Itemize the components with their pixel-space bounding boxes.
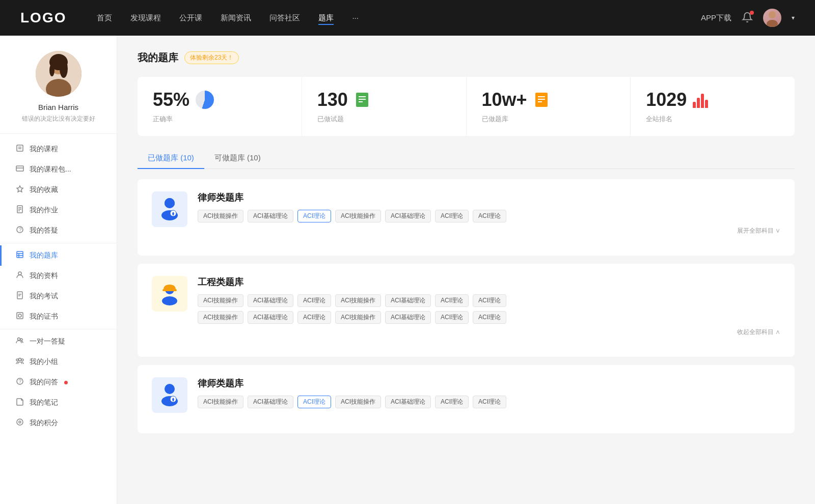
sidebar-item-course-package[interactable]: 我的课程包...	[0, 159, 117, 180]
tag-2-13[interactable]: ACI理论	[435, 311, 469, 324]
tag-1-1[interactable]: ACI技能操作	[198, 210, 243, 222]
tag-3-1[interactable]: ACI技能操作	[198, 396, 243, 408]
tab-available[interactable]: 可做题库 (10)	[204, 148, 271, 169]
favorites-icon	[15, 185, 24, 195]
sidebar-item-1on1[interactable]: 一对一答疑	[0, 331, 117, 352]
sidebar-my-courses-label: 我的课程	[30, 145, 58, 154]
sidebar-item-homework[interactable]: 我的作业	[0, 200, 117, 220]
stat-correct-top: 55%	[153, 89, 286, 110]
tag-2-11[interactable]: ACI技能操作	[335, 311, 381, 324]
sidebar-1on1-label: 一对一答疑	[30, 337, 65, 346]
tag-2-14[interactable]: ACI理论	[473, 311, 506, 324]
svg-point-30	[18, 338, 20, 341]
qbank-card-3-body: 律师类题库 ACI技能操作 ACI基础理论 ACI理论 ACI技能操作 ACI基…	[198, 377, 780, 408]
notification-dot	[750, 11, 754, 15]
certificate-icon	[15, 312, 24, 322]
qbank-card-2-icon	[152, 276, 187, 312]
tag-1-2[interactable]: ACI基础理论	[248, 210, 293, 222]
tag-2-3[interactable]: ACI理论	[297, 294, 331, 307]
tag-3-5[interactable]: ACI基础理论	[385, 396, 431, 408]
tag-2-2[interactable]: ACI基础理论	[248, 294, 293, 307]
stat-questions-value: 130	[317, 89, 348, 110]
tag-2-7[interactable]: ACI理论	[473, 294, 506, 307]
sidebar-item-qa[interactable]: ? 我的答疑	[0, 220, 117, 241]
bar-chart-icon	[693, 92, 708, 108]
svg-rect-25	[17, 292, 22, 299]
nav-right: APP下载 ▾	[701, 9, 795, 27]
stat-ranking-top: 1029	[646, 89, 779, 110]
stat-banks-value: 10w+	[482, 89, 527, 110]
sidebar-item-profile[interactable]: 我的资料	[0, 266, 117, 286]
tag-2-12[interactable]: ACI基础理论	[385, 311, 431, 324]
sidebar-item-qbank[interactable]: 我的题库	[0, 245, 117, 266]
logo[interactable]: LOGO	[20, 10, 66, 26]
tab-done[interactable]: 已做题库 (10)	[138, 148, 204, 169]
page-title: 我的题库	[138, 51, 178, 65]
svg-point-29	[18, 314, 21, 317]
tag-1-6[interactable]: ACI理论	[435, 210, 469, 222]
sidebar-item-my-qa[interactable]: ? 我的问答	[0, 372, 117, 393]
nav-qbank[interactable]: 题库	[318, 11, 334, 25]
course-package-icon	[15, 164, 24, 175]
nav-qa[interactable]: 问答社区	[269, 11, 300, 25]
points-icon	[15, 418, 24, 428]
tag-2-4[interactable]: ACI技能操作	[335, 294, 381, 307]
sidebar-item-exam[interactable]: 我的考试	[0, 286, 117, 306]
my-courses-icon	[15, 144, 24, 154]
tag-3-6[interactable]: ACI理论	[435, 396, 469, 408]
app-download-link[interactable]: APP下载	[701, 13, 731, 23]
tag-1-3[interactable]: ACI理论	[297, 210, 331, 222]
svg-rect-8	[17, 145, 23, 151]
stat-ranking-label: 全站排名	[646, 115, 779, 124]
user-avatar[interactable]	[763, 9, 781, 27]
sidebar-item-favorites[interactable]: 我的收藏	[0, 180, 117, 200]
qbank-card-3-tags: ACI技能操作 ACI基础理论 ACI理论 ACI技能操作 ACI基础理论 AC…	[198, 396, 780, 408]
tag-3-3[interactable]: ACI理论	[297, 396, 331, 408]
sidebar-profile: Brian Harris 错误的决定比没有决定要好	[0, 51, 117, 134]
tag-2-8[interactable]: ACI技能操作	[198, 311, 243, 324]
tag-1-5[interactable]: ACI基础理论	[385, 210, 431, 222]
tag-3-2[interactable]: ACI基础理论	[248, 396, 293, 408]
tag-1-7[interactable]: ACI理论	[473, 210, 506, 222]
sidebar-item-points[interactable]: 我的积分	[0, 413, 117, 433]
sidebar-item-notes[interactable]: 我的笔记	[0, 393, 117, 413]
sidebar-exam-label: 我的考试	[30, 292, 58, 301]
collapse-btn-2[interactable]: 收起全部科目 ∧	[198, 328, 780, 337]
svg-point-37	[17, 419, 23, 425]
qbank-card-1-body: 律师类题库 ACI技能操作 ACI基础理论 ACI理论 ACI技能操作 ACI基…	[198, 191, 780, 235]
tag-2-9[interactable]: ACI基础理论	[248, 311, 293, 324]
sidebar-item-groups[interactable]: 我的小组	[0, 352, 117, 372]
tag-3-4[interactable]: ACI技能操作	[335, 396, 381, 408]
nav-home[interactable]: 首页	[97, 11, 112, 25]
sidebar-menu: 我的课程 我的课程包... 我的收藏 我的作业	[0, 139, 117, 433]
one-on-one-icon	[15, 337, 24, 347]
stat-correct-value: 55%	[153, 89, 189, 110]
qbank-icon	[15, 250, 24, 261]
notification-bell[interactable]	[742, 12, 753, 24]
user-chevron[interactable]: ▾	[792, 14, 795, 21]
qbank-card-2-tags-row2: ACI技能操作 ACI基础理论 ACI理论 ACI技能操作 ACI基础理论 AC…	[198, 311, 780, 324]
tag-2-6[interactable]: ACI理论	[435, 294, 469, 307]
nav-discover[interactable]: 发现课程	[130, 11, 161, 25]
nav-more[interactable]: ···	[352, 11, 359, 25]
nav-open-course[interactable]: 公开课	[179, 11, 202, 25]
sidebar-item-certificate[interactable]: 我的证书	[0, 306, 117, 327]
sidebar-item-my-courses[interactable]: 我的课程	[0, 139, 117, 159]
qbank-card-3-title: 律师类题库	[198, 377, 780, 389]
stat-questions-done: 130 已做试题	[302, 77, 467, 136]
stat-correct-label: 正确率	[153, 115, 286, 124]
tag-2-5[interactable]: ACI基础理论	[385, 294, 431, 307]
my-qa-badge	[64, 381, 68, 384]
tag-1-4[interactable]: ACI技能操作	[335, 210, 381, 222]
sidebar-qbank-label: 我的题库	[30, 251, 58, 260]
svg-point-52	[162, 296, 177, 305]
expand-btn-1[interactable]: 展开全部科目 ∨	[198, 227, 780, 235]
tag-2-1[interactable]: ACI技能操作	[198, 294, 243, 307]
tag-3-7[interactable]: ACI理论	[473, 396, 506, 408]
tag-2-10[interactable]: ACI理论	[297, 311, 331, 324]
sidebar-qa-label: 我的答疑	[30, 226, 58, 235]
nav-news[interactable]: 新闻资讯	[221, 11, 251, 25]
svg-point-33	[16, 359, 18, 361]
avatar-image	[763, 9, 781, 27]
qbank-card-1-icon	[152, 191, 187, 227]
